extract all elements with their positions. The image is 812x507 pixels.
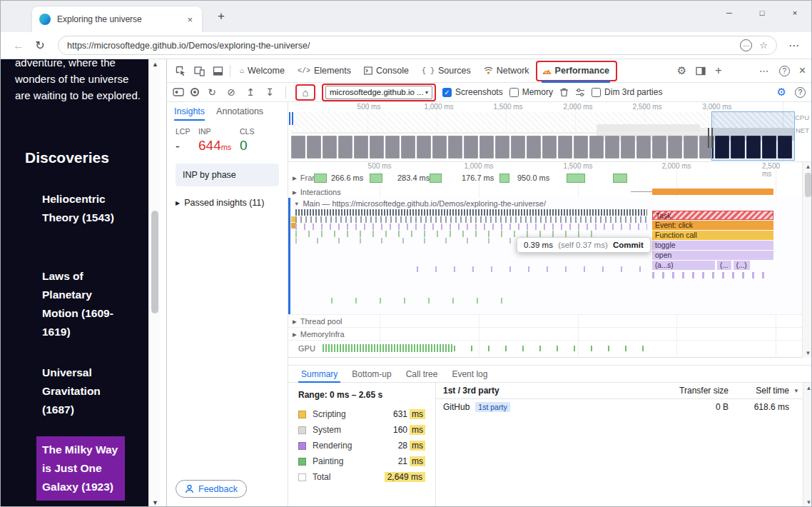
minimap-left-handle[interactable] — [289, 112, 293, 125]
page-scrollbar[interactable]: ▲ ▼ — [148, 59, 161, 507]
frame-segment[interactable] — [499, 174, 509, 183]
tab-console[interactable]: Console — [357, 59, 415, 83]
feedback-button[interactable]: Feedback — [176, 480, 247, 498]
flame-event-open[interactable]: open — [652, 251, 773, 260]
devtools-more-icon[interactable]: ⋯ — [759, 65, 770, 76]
flame-event-collapsed[interactable]: (...) — [734, 261, 750, 270]
discovery-item[interactable]: Laws of Planetary Motion (1609-1619) — [42, 267, 126, 341]
thread-pool-track[interactable]: ▶ Thread pool — [288, 314, 803, 327]
scroll-up-icon[interactable]: ▲ — [803, 164, 812, 170]
panel-layout-icon[interactable] — [208, 61, 227, 80]
tab-bottom-up[interactable]: Bottom-up — [345, 365, 398, 383]
dim-3rd-parties-checkbox[interactable] — [592, 88, 601, 97]
tab-network[interactable]: Network — [477, 59, 536, 83]
thread-pool-toggle[interactable]: ▶ Thread pool — [293, 317, 342, 326]
tab-call-tree[interactable]: Call tree — [399, 365, 445, 383]
memory-checkbox[interactable] — [509, 88, 519, 97]
scroll-up-icon[interactable]: ▲ — [803, 385, 812, 391]
garbage-collect-icon[interactable] — [559, 87, 569, 97]
tracks-scrollbar[interactable]: ▲ ▼ — [802, 162, 812, 358]
scroll-down-icon[interactable]: ▼ — [149, 499, 161, 506]
screenshots-checkbox-group[interactable]: ✓ Screenshots — [442, 87, 503, 97]
site-permissions-icon[interactable]: ⋯ — [740, 39, 752, 51]
clear-icon[interactable]: ⊘ — [225, 86, 238, 98]
tracks-scrollbar-thumb[interactable] — [805, 173, 811, 197]
browser-tab[interactable]: Exploring the universe × — [32, 6, 202, 32]
timeline-tracks[interactable]: 500 ms 1,000 ms 1,500 ms 2,000 ms 2,500 … — [288, 162, 803, 358]
tab-sources[interactable]: { } Sources — [415, 59, 477, 83]
record-and-reload-icon[interactable]: ↻ — [205, 86, 218, 98]
memory-checkbox-group[interactable]: Memory — [509, 87, 553, 97]
tab-insights[interactable]: Insights — [174, 102, 205, 121]
back-button[interactable]: ← — [8, 39, 29, 52]
details-scrollbar[interactable]: ▲ ▼ — [803, 383, 812, 507]
scroll-up-icon[interactable]: ▲ — [149, 61, 161, 68]
favorites-star-icon[interactable]: ☆ — [759, 40, 768, 51]
interaction-bar[interactable] — [652, 189, 773, 195]
url-text[interactable]: https://microsoftedge.github.io/Demos/ex… — [67, 41, 733, 51]
main-thread-track[interactable]: ▼ Main — https://microsoftedge.github.io… — [288, 198, 803, 314]
devtools-help-icon[interactable]: ? — [779, 66, 790, 76]
window-minimize-button[interactable]: ─ — [713, 1, 746, 25]
frame-segment[interactable] — [567, 174, 585, 183]
passed-insights-toggle[interactable]: ▶ Passed insights (11) — [176, 198, 279, 208]
tab-performance[interactable]: Performance — [536, 59, 616, 83]
frame-segment[interactable] — [430, 174, 442, 183]
tab-event-log[interactable]: Event log — [445, 365, 494, 383]
frame-segment[interactable] — [613, 174, 627, 183]
minimap-selection-window[interactable] — [711, 111, 795, 161]
interactions-track-toggle[interactable]: ▶ Interactions — [293, 188, 341, 196]
load-profile-icon[interactable]: ↥ — [244, 86, 257, 98]
frame-segment[interactable] — [314, 174, 327, 183]
memory-infra-toggle[interactable]: ▶ MemoryInfra — [293, 330, 345, 338]
browser-menu-button[interactable]: ⋯ — [784, 39, 804, 52]
window-close-button[interactable]: × — [778, 1, 811, 25]
scroll-down-icon[interactable]: ▼ — [803, 350, 812, 356]
devtools-settings-icon[interactable]: ⚙ — [677, 64, 686, 77]
dock-side-icon[interactable] — [696, 66, 706, 76]
devtools-close-icon[interactable]: × — [799, 64, 806, 77]
capture-settings-gear-icon[interactable]: ⚙ — [777, 86, 786, 99]
gpu-track[interactable]: GPU — [288, 340, 803, 357]
inspect-element-icon[interactable] — [171, 61, 190, 80]
memory-infra-track[interactable]: ▶ MemoryInfra — [288, 327, 803, 340]
home-icon[interactable]: ⌂ — [299, 86, 312, 99]
discovery-item-highlighted[interactable]: The Milky Way is Just One Galaxy (1923) — [36, 436, 125, 501]
timeline-minimap[interactable]: 500 ms 1,000 ms 1,500 ms 2,000 ms 2,500 … — [288, 102, 812, 162]
scroll-down-icon[interactable]: ▼ — [803, 499, 812, 506]
inp-by-phase-card[interactable]: INP by phase — [176, 164, 279, 186]
main-track-toggle[interactable]: ▼ Main — https://microsoftedge.github.io… — [294, 199, 546, 208]
flame-event-collapsed[interactable]: (... — [717, 261, 731, 270]
screenshots-checkbox[interactable]: ✓ — [442, 88, 452, 97]
add-panel-icon[interactable]: + — [715, 64, 721, 77]
tab-elements[interactable]: </> Elements — [291, 59, 357, 83]
flame-event-toggle[interactable]: toggle — [652, 241, 773, 250]
flame-event-click[interactable]: Event: click — [652, 221, 773, 230]
flame-event-collapsed[interactable]: (a...s) — [652, 261, 715, 270]
page-scrollbar-thumb[interactable] — [151, 211, 158, 313]
gpu-toggle[interactable]: GPU — [298, 344, 315, 353]
window-maximize-button[interactable]: □ — [746, 1, 778, 25]
selection-drag-handle[interactable] — [708, 128, 713, 148]
new-tab-button[interactable]: + — [212, 9, 230, 24]
refresh-button[interactable]: ↻ — [29, 39, 51, 52]
origin-dropdown[interactable]: microsoftedge.github.io ... ▾ — [325, 86, 432, 99]
discovery-item[interactable]: Universal Gravitation (1687) — [42, 363, 126, 419]
table-row[interactable]: GitHub 1st party 0 B 618.6 ms — [436, 399, 812, 415]
frame-segment[interactable] — [370, 174, 382, 183]
tab-welcome[interactable]: ⌂ Welcome — [233, 59, 291, 83]
sort-icon[interactable]: ▼ — [789, 388, 799, 394]
record-icon[interactable] — [191, 88, 199, 96]
performance-help-icon[interactable]: ? — [795, 87, 806, 98]
dim-3rd-parties-checkbox-group[interactable]: Dim 3rd parties — [592, 87, 662, 97]
device-toolbar-icon[interactable] — [190, 61, 208, 80]
discovery-item[interactable]: Heliocentric Theory (1543) — [42, 190, 126, 227]
save-profile-icon[interactable]: ↧ — [263, 86, 276, 98]
flame-event-function-call[interactable]: Function call — [652, 231, 773, 240]
flame-event-task[interactable]: Task — [652, 211, 773, 220]
live-metrics-icon[interactable] — [173, 87, 184, 97]
tab-summary[interactable]: Summary — [294, 365, 345, 383]
address-bar[interactable]: https://microsoftedge.github.io/Demos/ex… — [58, 36, 777, 55]
tab-annotations[interactable]: Annotations — [216, 102, 263, 121]
table-header[interactable]: 1st / 3rd party Transfer size Self time … — [436, 383, 812, 399]
